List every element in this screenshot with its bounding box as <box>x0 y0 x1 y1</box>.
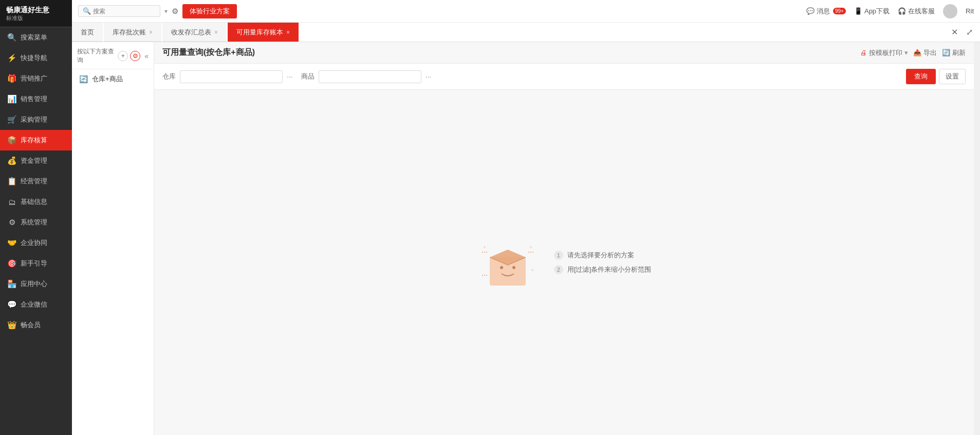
add-scheme-button[interactable]: + <box>118 51 128 61</box>
sidebar-item-label: 基础信息 <box>21 197 47 206</box>
tab-close-summary[interactable]: × <box>214 29 218 36</box>
search-icon: 🔍 <box>7 33 16 42</box>
goods-filter-group: 商品 ··· <box>301 70 432 83</box>
sidebar-item-label: 企业微信 <box>21 300 47 309</box>
user-name: Rit <box>966 7 974 15</box>
refresh-label: 刷新 <box>952 48 966 58</box>
refresh-button[interactable]: 🔄 刷新 <box>942 48 966 58</box>
sidebar-item-purchase[interactable]: 🛒采购管理 <box>0 109 72 130</box>
sidebar-item-member[interactable]: 👑畅会员 <box>0 315 72 335</box>
empty-illustration <box>477 232 539 293</box>
customer-service-button[interactable]: 🎧 在线客服 <box>898 7 935 16</box>
sidebar-item-basic[interactable]: 🗂基础信息 <box>0 192 72 212</box>
warehouse-filter-group: 仓库 ··· <box>162 70 293 83</box>
sidebar-item-label: 采购管理 <box>21 115 47 124</box>
sidebar-item-shortcut[interactable]: ⚡快捷导航 <box>0 48 72 68</box>
sidebar-item-label: 搜索菜单 <box>21 33 47 42</box>
refresh-icon: 🔄 <box>942 49 950 56</box>
sidebar-item-label: 企业协同 <box>21 238 47 248</box>
goods-more-button[interactable]: ··· <box>426 72 432 81</box>
print-button[interactable]: 🖨 按模板打印 ▾ <box>860 48 908 58</box>
sidebar-item-newbie[interactable]: 🎯新手引导 <box>0 253 72 274</box>
tab-close-available[interactable]: × <box>286 29 290 36</box>
warehouse-label: 仓库 <box>162 72 176 81</box>
empty-state: 1 请先选择要分析的方案 2 用[过滤]条件来缩小分析范围 <box>154 90 974 435</box>
goods-input[interactable] <box>319 70 421 83</box>
sidebar-item-search[interactable]: 🔍搜索菜单 <box>0 27 72 48</box>
app-download-label: App下载 <box>864 7 890 16</box>
tab-label-available: 可用量库存账本 <box>236 28 283 37</box>
app-download-button[interactable]: 📱 App下载 <box>854 7 890 16</box>
sidebar-item-inventory[interactable]: 📦库存核算 <box>0 130 72 150</box>
sidebar-item-label: 新手引导 <box>21 259 47 268</box>
header-actions: 🖨 按模板打印 ▾ 📤 导出 🔄 刷新 <box>860 48 966 58</box>
svg-point-5 <box>512 266 515 269</box>
scheme-settings-button[interactable]: ⚙ <box>130 51 140 61</box>
sales-icon: 📊 <box>7 94 16 104</box>
sidebar-nav: 🔍搜索菜单⚡快捷导航🎁营销推广📊销售管理🛒采购管理📦库存核算💰资金管理📋经营管理… <box>0 27 72 435</box>
tab-summary[interactable]: 收发存汇总表× <box>162 23 227 42</box>
marketing-icon: 🎁 <box>7 74 16 83</box>
search-icon: 🔍 <box>83 7 91 15</box>
svg-point-9 <box>484 246 486 248</box>
sidebar-item-operations[interactable]: 📋经营管理 <box>0 171 72 192</box>
maximize-tab-button[interactable]: ⤢ <box>963 25 976 39</box>
sidebar-item-enterprise[interactable]: 🤝企业协同 <box>0 233 72 253</box>
tabs-bar: 首页库存批次账×收发存汇总表×可用量库存账本× ✕ ⤢ <box>72 23 980 42</box>
export-icon: 📤 <box>913 49 921 56</box>
phone-icon: 📱 <box>854 7 862 15</box>
tip-num-1: 1 <box>554 251 563 260</box>
warehouse-more-button[interactable]: ··· <box>287 72 293 81</box>
query-button[interactable]: 查询 <box>906 69 936 84</box>
tab-close-batch[interactable]: × <box>149 29 153 36</box>
sidebar-item-label: 营销推广 <box>21 74 47 83</box>
finance-icon: 💰 <box>7 156 16 165</box>
gear-icon[interactable]: ⚙ <box>172 7 178 16</box>
search-input[interactable] <box>93 8 144 15</box>
sidebar-logo: 畅康通好生意 标准版 <box>0 0 72 27</box>
content-area: 按以下方案查询 + ⚙ « 🔄 仓库+商品 可用量查询(按仓库+商品) 🖨 <box>72 42 980 435</box>
tab-label-home: 首页 <box>81 28 94 37</box>
message-badge: 99+ <box>833 8 846 14</box>
warehouse-input[interactable] <box>180 70 283 83</box>
shortcut-icon: ⚡ <box>7 53 16 63</box>
sidebar-item-label: 经营管理 <box>21 177 47 186</box>
export-label: 导出 <box>923 48 937 58</box>
main-area: 🔍 ▾ ⚙ 体验行业方案 💬 消息 99+ 📱 App下载 🎧 在线客服 Rit <box>72 0 980 435</box>
search-chevron-icon[interactable]: ▾ <box>164 8 168 15</box>
close-tab-button[interactable]: ✕ <box>948 25 961 39</box>
sidebar-item-label: 资金管理 <box>21 156 47 165</box>
tab-label-batch: 库存批次账 <box>113 28 146 37</box>
solution-button[interactable]: 体验行业方案 <box>182 4 237 18</box>
sidebar-item-system[interactable]: ⚙系统管理 <box>0 212 72 233</box>
sidebar-item-wechat[interactable]: 💬企业微信 <box>0 294 72 315</box>
goods-label: 商品 <box>301 72 315 81</box>
sidebar-item-sales[interactable]: 📊销售管理 <box>0 89 72 109</box>
sidebar-item-label: 畅会员 <box>21 320 41 330</box>
svg-point-4 <box>500 266 503 269</box>
logo-subtitle: 标准版 <box>6 14 66 22</box>
logo-title: 畅康通好生意 <box>6 5 66 14</box>
left-panel-actions: + ⚙ « <box>118 51 149 61</box>
settings-button[interactable]: 设置 <box>939 69 966 84</box>
topbar-search-box[interactable]: 🔍 <box>78 5 160 17</box>
export-button[interactable]: 📤 导出 <box>913 48 937 58</box>
tab-batch[interactable]: 库存批次账× <box>104 23 161 42</box>
sidebar-item-appstore[interactable]: 🏪应用中心 <box>0 274 72 294</box>
message-button[interactable]: 💬 消息 99+ <box>806 7 846 16</box>
tip-text-2: 用[过滤]条件来缩小分析范围 <box>567 265 651 274</box>
empty-tips: 1 请先选择要分析的方案 2 用[过滤]条件来缩小分析范围 <box>554 251 651 274</box>
tab-home[interactable]: 首页 <box>72 23 103 42</box>
tip-text-1: 请先选择要分析的方案 <box>567 251 634 260</box>
tab-available[interactable]: 可用量库存账本× <box>228 23 299 42</box>
svg-point-11 <box>531 269 533 271</box>
left-panel: 按以下方案查询 + ⚙ « 🔄 仓库+商品 <box>72 42 154 435</box>
collapse-panel-button[interactable]: « <box>144 52 149 60</box>
customer-service-label: 在线客服 <box>908 7 935 16</box>
scheme-item-warehouse-goods[interactable]: 🔄 仓库+商品 <box>72 69 154 89</box>
sidebar-item-finance[interactable]: 💰资金管理 <box>0 150 72 171</box>
sidebar-item-marketing[interactable]: 🎁营销推广 <box>0 68 72 89</box>
user-avatar[interactable] <box>943 4 957 18</box>
appstore-icon: 🏪 <box>7 279 16 289</box>
empty-tip-1: 1 请先选择要分析的方案 <box>554 251 651 260</box>
